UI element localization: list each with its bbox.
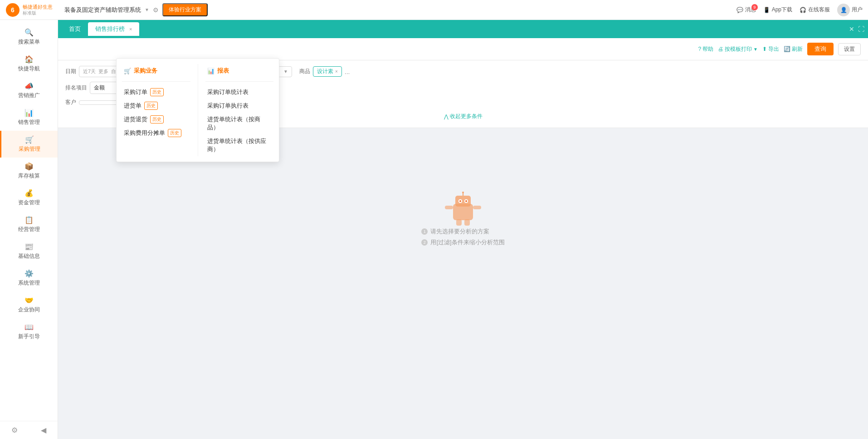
sidebar-item-purchase[interactable]: 🛒 采购管理 <box>0 131 58 158</box>
tip-circle-2: 2 <box>421 239 428 246</box>
svg-point-9 <box>462 192 464 193</box>
dropdown-item-inbound-supplier[interactable]: 进货单统计表（按供应商） <box>205 134 274 156</box>
sidebar-item-inventory[interactable]: 📦 库存核算 <box>0 158 58 184</box>
sales-icon: 📊 <box>24 109 34 117</box>
report-section-title: 📊 报表 <box>205 64 274 79</box>
customer-label: 客户 <box>65 99 76 106</box>
purchase-divider <box>122 81 190 82</box>
megaphone-icon: 📣 <box>24 82 34 90</box>
headset-icon: 🎧 <box>800 7 806 13</box>
collapse-btn[interactable]: ⋀ 收起更多条件 <box>444 113 483 120</box>
inbound-badge: 历史 <box>144 102 158 110</box>
sidebar-item-system[interactable]: ⚙️ 系统管理 <box>0 265 58 291</box>
main-content: ? 帮助 🖨 按模板打印 ▼ ⬆ 导出 <box>58 38 868 439</box>
product-tag[interactable]: 设计素 × <box>313 66 342 77</box>
sidebar-item-finance[interactable]: 💰 资金管理 <box>0 184 58 211</box>
app-container: 6 畅捷通好生意 标准版 装备及固定资产辅助管理系统 ▼ ⚙ 体验行业方案 💬 … <box>0 0 868 439</box>
refresh-btn[interactable]: 🔄 刷新 <box>784 45 803 53</box>
sidebar-bottom: ⚙ ◀ <box>0 421 58 439</box>
main-layout: 🔍 搜索菜单 🏠 快捷导航 📣 营销推广 📊 销售管理 🛒 采购管 <box>0 20 868 439</box>
logo-text: 畅捷通好生意 标准版 <box>23 4 53 16</box>
tab-sales-ranking[interactable]: 销售排行榜 × <box>88 22 139 36</box>
money-icon: 💰 <box>24 189 34 197</box>
sidebar-item-cooperation[interactable]: 🤝 企业协同 <box>0 291 58 318</box>
logo-icon: 6 <box>5 3 20 17</box>
rank-label: 排名项目 <box>65 84 87 92</box>
clipboard-icon: 📋 <box>24 216 34 224</box>
product-label: 商品 <box>299 68 310 75</box>
product-tag-close-icon[interactable]: × <box>335 69 338 74</box>
dropdown-cols: 🛒 采购业务 采购订单 历史 进货单 历史 <box>117 64 279 156</box>
online-service-btn[interactable]: 🎧 在线客服 <box>800 6 830 14</box>
product-ellipsis[interactable]: ... <box>345 68 350 75</box>
notification-btn[interactable]: 💬 消息 9 <box>736 6 756 14</box>
toolbar: ? 帮助 🖨 按模板打印 ▼ ⬆ 导出 <box>58 38 868 60</box>
svg-rect-13 <box>464 219 470 226</box>
dropdown-menu: 🛒 采购业务 采购订单 历史 进货单 历史 <box>116 58 279 162</box>
tab-close-icon[interactable]: × <box>129 26 132 32</box>
report-divider <box>205 81 274 82</box>
print-icon: 🖨 <box>718 46 723 52</box>
sidebar: 🔍 搜索菜单 🏠 快捷导航 📣 营销推广 📊 销售管理 🛒 采购管 <box>0 20 58 439</box>
settings-icon[interactable]: ⚙ <box>11 426 18 434</box>
notification-icon: 💬 <box>736 7 743 13</box>
sidebar-item-operations[interactable]: 📋 经营管理 <box>0 211 58 238</box>
tab-bar-right: ✕ ⛶ <box>849 25 864 33</box>
export-icon: ⬆ <box>762 46 767 52</box>
newspaper-icon: 📰 <box>24 242 34 251</box>
svg-rect-12 <box>456 219 462 226</box>
book-icon: 📖 <box>24 323 34 331</box>
avatar: 👤 <box>837 4 850 16</box>
top-bar-right: 💬 消息 9 📱 App下载 🎧 在线客服 👤 用户 <box>736 4 863 16</box>
dropdown-item-purchase-order[interactable]: 采购订单 历史 <box>122 85 190 99</box>
tab-maximize-icon[interactable]: ⛶ <box>858 25 864 33</box>
sidebar-item-quick-nav[interactable]: 🏠 快捷导航 <box>0 50 58 77</box>
print-btn[interactable]: 🖨 按模板打印 ▼ <box>718 45 758 53</box>
industry-btn[interactable]: 体验行业方案 <box>162 3 208 16</box>
sidebar-item-marketing[interactable]: 📣 营销推广 <box>0 77 58 104</box>
chevron-down-icon: ▼ <box>283 69 288 74</box>
toolbar-actions: ? 帮助 🖨 按模板打印 ▼ ⬆ 导出 <box>698 43 861 55</box>
sidebar-top: 🔍 搜索菜单 🏠 快捷导航 📣 营销推广 📊 销售管理 🛒 采购管 <box>0 20 58 421</box>
dropdown-item-cost[interactable]: 采购费用分摊单 历史 <box>122 126 190 140</box>
system-info: 装备及固定资产辅助管理系统 ▼ ⚙ 体验行业方案 <box>60 3 736 16</box>
return-badge: 历史 <box>150 115 164 123</box>
dropdown-purchase-col: 🛒 采购业务 采购订单 历史 进货单 历史 <box>117 64 196 156</box>
sidebar-item-search[interactable]: 🔍 搜索菜单 <box>0 24 58 50</box>
system-dropdown-icon[interactable]: ▼ <box>145 7 149 12</box>
logo: 6 畅捷通好生意 标准版 <box>5 3 60 17</box>
dropdown-item-inbound[interactable]: 进货单 历史 <box>122 99 190 113</box>
help-btn[interactable]: ? 帮助 <box>698 45 713 53</box>
search-icon: 🔍 <box>24 28 34 37</box>
query-btn[interactable]: 查询 <box>807 43 834 55</box>
print-dropdown-icon: ▼ <box>753 47 758 52</box>
sidebar-item-basic-info[interactable]: 📰 基础信息 <box>0 238 58 265</box>
product-filter: 商品 设计素 × ... <box>299 66 350 77</box>
tab-bar: 首页 销售排行榜 × ✕ ⛶ <box>58 20 868 38</box>
svg-rect-3 <box>455 196 471 207</box>
home-icon: 🏠 <box>24 55 34 64</box>
empty-illustration <box>440 191 486 227</box>
tab-home[interactable]: 首页 <box>62 22 88 36</box>
svg-point-6 <box>459 200 461 202</box>
svg-rect-11 <box>473 206 481 209</box>
dropdown-item-purchase-stats[interactable]: 采购订单统计表 <box>205 85 274 99</box>
sidebar-item-sales[interactable]: 📊 销售管理 <box>0 104 58 131</box>
dropdown-item-purchase-exec[interactable]: 采购订单执行表 <box>205 99 274 113</box>
svg-text:6: 6 <box>11 6 15 14</box>
system-gear-icon[interactable]: ⚙ <box>153 6 159 14</box>
collapse-icon[interactable]: ◀ <box>41 426 46 434</box>
sidebar-item-guide[interactable]: 📖 新手引导 <box>0 318 58 345</box>
cart-icon: 🛒 <box>25 135 34 144</box>
dropdown-item-return[interactable]: 进货退货 历史 <box>122 113 190 126</box>
content-area: 首页 销售排行榜 × ✕ ⛶ <box>58 20 868 439</box>
gear-icon: ⚙️ <box>24 269 34 278</box>
settings-btn[interactable]: 设置 <box>838 43 861 55</box>
app-download-btn[interactable]: 📱 App下载 <box>763 6 792 14</box>
cost-badge: 历史 <box>168 129 181 137</box>
tab-window-close-icon[interactable]: ✕ <box>849 25 854 33</box>
user-btn[interactable]: 👤 用户 <box>837 4 863 16</box>
refresh-icon: 🔄 <box>784 46 790 52</box>
dropdown-item-inbound-product[interactable]: 进货单统计表（按商品） <box>205 113 274 134</box>
export-btn[interactable]: ⬆ 导出 <box>762 45 779 53</box>
